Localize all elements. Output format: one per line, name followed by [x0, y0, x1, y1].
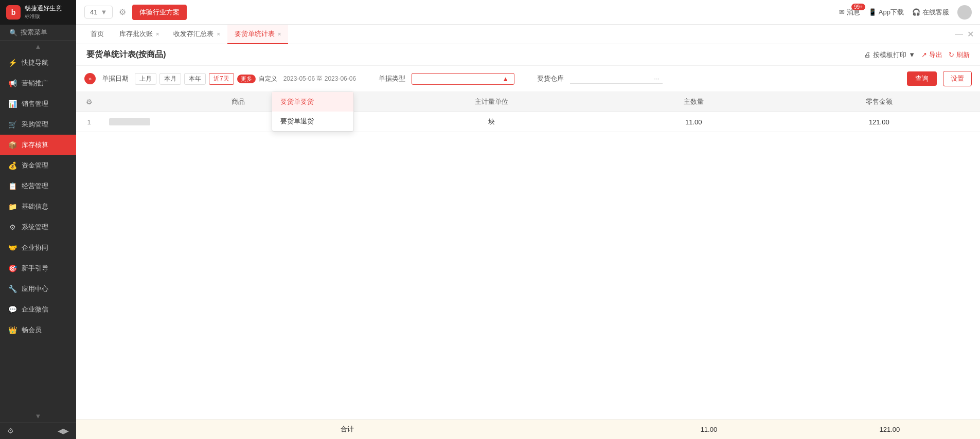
- dropdown-item-order[interactable]: 要货单要货: [272, 92, 353, 112]
- query-btn[interactable]: 查询: [907, 71, 937, 86]
- member-icon: 👑: [7, 325, 17, 335]
- page-inner: 要货单统计表(按商品) 🖨 按模板打印 ▼ ↗ 导出 ↻ 刷新: [76, 44, 980, 439]
- export-icon: ↗: [921, 51, 927, 59]
- topbar-right: ✉ 消息 99+ 📱 App下载 🎧 在线客服: [839, 5, 972, 20]
- online-service-btn[interactable]: 🎧 在线客服: [912, 8, 949, 17]
- basic-info-icon: 📁: [7, 202, 17, 212]
- sidebar-item-member[interactable]: 👑 畅会员: [0, 320, 76, 340]
- page-content: 要货单统计表(按商品) 🖨 按模板打印 ▼ ↗ 导出 ↻ 刷新: [76, 44, 980, 439]
- footer-label: 合计: [257, 425, 437, 434]
- sidebar-item-guide[interactable]: 🎯 新手引导: [0, 258, 76, 279]
- messages-badge: 99+: [851, 4, 865, 10]
- warehouse-label: 要货仓库: [537, 74, 564, 83]
- table-body: 1 块 11.00 121.00: [76, 112, 980, 132]
- quick-nav-icon: ⚡: [7, 58, 17, 68]
- date-btn-recent7[interactable]: 近7天: [209, 73, 234, 85]
- sidebar-item-sales[interactable]: 📊 销售管理: [0, 94, 76, 114]
- filter-expand-btn[interactable]: »: [84, 73, 96, 84]
- tab-order-summary[interactable]: 要货单统计表 ×: [227, 25, 288, 44]
- sidebar-scroll-down[interactable]: ▼: [0, 410, 76, 422]
- tab-order-summary-close[interactable]: ×: [278, 31, 281, 37]
- page-header: 要货单统计表(按商品) 🖨 按模板打印 ▼ ↗ 导出 ↻ 刷新: [76, 44, 980, 66]
- sales-icon: 📊: [7, 99, 17, 109]
- operations-icon: 📋: [7, 181, 17, 191]
- topbar: 41 ▼ ⚙ 体验行业方案 ✉ 消息 99+ 📱 App下载 🎧 在线客服: [76, 0, 980, 25]
- sidebar-item-basic-info[interactable]: 📁 基础信息: [0, 196, 76, 217]
- sidebar-item-inventory[interactable]: 📦 库存核算: [0, 135, 76, 155]
- filter-row: » 单据日期 上月 本月 本年 近7天 更多 自定义 2023-05-06 至 …: [84, 71, 972, 86]
- tab-batch-account[interactable]: 库存批次账 ×: [112, 25, 166, 44]
- table-footer: 合计 11.00 121.00: [76, 419, 980, 439]
- date-btn-this-month[interactable]: 本月: [159, 73, 181, 85]
- store-selector[interactable]: 41 ▼: [84, 6, 113, 19]
- sidebar-item-app-center[interactable]: 🔧 应用中心: [0, 279, 76, 299]
- sidebar-item-quick-nav[interactable]: ⚡ 快捷导航: [0, 52, 76, 73]
- warehouse-dots[interactable]: ···: [654, 75, 660, 82]
- finance-icon: 💰: [7, 160, 17, 171]
- sidebar-search[interactable]: 🔍 搜索菜单: [0, 25, 76, 41]
- type-select-arrow: ▲: [502, 75, 509, 83]
- messages-btn[interactable]: ✉ 消息 99+: [839, 8, 860, 17]
- sidebar-item-purchase[interactable]: 🛒 采购管理: [0, 114, 76, 135]
- warehouse-select[interactable]: ···: [570, 74, 663, 84]
- sidebar-item-finance[interactable]: 💰 资金管理: [0, 155, 76, 176]
- print-dropdown-icon: ▼: [908, 51, 915, 59]
- sidebar-item-system[interactable]: ⚙ 系统管理: [0, 217, 76, 237]
- inventory-icon: 📦: [7, 140, 17, 150]
- app-download-icon: 📱: [868, 8, 877, 16]
- refresh-icon: ↻: [949, 51, 954, 59]
- type-select[interactable]: ▲: [412, 73, 514, 85]
- filter-settings-btn[interactable]: 设置: [943, 71, 972, 86]
- tabs-bar: 首页 库存批次账 × 收发存汇总表 × 要货单统计表 × — ✕: [76, 25, 980, 44]
- page-actions: 🖨 按模板打印 ▼ ↗ 导出 ↻ 刷新: [864, 50, 970, 60]
- tab-collection-summary-close[interactable]: ×: [217, 31, 220, 37]
- table-header-row: ⚙ 商品 主计量单位 主数量 零: [76, 92, 980, 112]
- table-settings-icon[interactable]: ⚙: [86, 98, 93, 106]
- tab-batch-account-close[interactable]: ×: [156, 31, 159, 37]
- window-minimize[interactable]: —: [955, 29, 963, 39]
- th-quantity: 主数量: [609, 92, 778, 112]
- settings-icon[interactable]: ⚙: [7, 427, 14, 435]
- table-wrap: ⚙ 商品 主计量单位 主数量 零: [76, 92, 980, 419]
- refresh-btn[interactable]: ↻ 刷新: [949, 50, 970, 60]
- sidebar-item-operations[interactable]: 📋 经营管理: [0, 176, 76, 196]
- sidebar-bottom: ⚙ ◀▶: [0, 422, 76, 439]
- sidebar-item-marketing[interactable]: 📢 营销推广: [0, 73, 76, 94]
- tab-home[interactable]: 首页: [82, 25, 112, 44]
- user-avatar-btn[interactable]: [957, 5, 972, 20]
- store-name: 41: [90, 8, 97, 16]
- sidebar-item-wechat[interactable]: 💬 企业微信: [0, 299, 76, 320]
- user-avatar: [957, 5, 972, 20]
- trial-btn[interactable]: 体验行业方案: [132, 5, 187, 20]
- date-shortcuts: 上月 本月 本年 近7天 更多 自定义: [135, 73, 277, 85]
- guide-icon: 🎯: [7, 263, 17, 273]
- cell-quantity: 11.00: [609, 112, 778, 132]
- app-download-btn[interactable]: 📱 App下载: [868, 8, 904, 17]
- purchase-icon: 🛒: [7, 119, 17, 130]
- date-custom-btn[interactable]: 自定义: [259, 75, 277, 83]
- date-more-btn[interactable]: 更多: [237, 75, 256, 83]
- online-service-icon: 🎧: [912, 8, 920, 16]
- date-btn-this-year[interactable]: 本年: [184, 73, 206, 85]
- sidebar-scroll-up[interactable]: ▲: [0, 41, 76, 52]
- system-icon: ⚙: [7, 222, 17, 232]
- export-btn[interactable]: ↗ 导出: [921, 50, 942, 60]
- logo-text: 畅捷通好生意: [25, 5, 62, 13]
- topbar-settings-icon[interactable]: ⚙: [119, 7, 126, 17]
- sidebar-item-enterprise[interactable]: 🤝 企业协同: [0, 237, 76, 258]
- cell-amount: 121.00: [778, 112, 980, 132]
- print-btn[interactable]: 🖨 按模板打印 ▼: [864, 50, 915, 60]
- tab-collection-summary[interactable]: 收发存汇总表 ×: [166, 25, 227, 44]
- cell-num: 1: [76, 112, 102, 132]
- footer-amount: 121.00: [799, 426, 980, 433]
- cell-unit: 块: [375, 112, 609, 132]
- date-btn-last-month[interactable]: 上月: [135, 73, 156, 85]
- print-icon: 🖨: [864, 51, 871, 59]
- messages-icon: ✉: [839, 8, 845, 16]
- collapse-icon[interactable]: ◀▶: [58, 427, 69, 435]
- window-close[interactable]: ✕: [967, 29, 974, 39]
- app-center-icon: 🔧: [7, 284, 17, 294]
- th-settings[interactable]: ⚙: [76, 92, 102, 112]
- logo-icon: b: [6, 5, 21, 20]
- dropdown-item-return[interactable]: 要货单退货: [272, 112, 353, 131]
